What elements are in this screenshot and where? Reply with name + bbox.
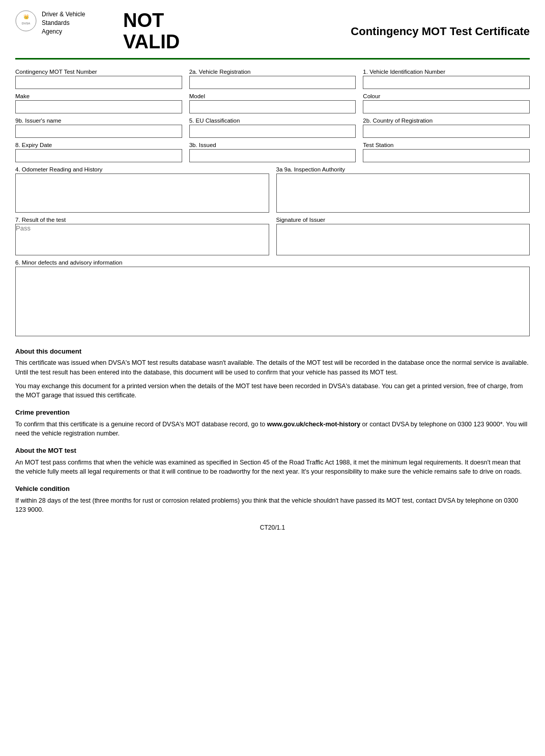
signature-label: Signature of Issuer	[276, 217, 530, 223]
inspection-textarea[interactable]	[276, 173, 530, 213]
form-section: Contingency MOT Test Number 2a. Vehicle …	[15, 69, 530, 336]
logo-area: 👑 DVSA Driver & Vehicle Standards Agency	[15, 10, 117, 36]
issuer-name-label: 9b. Issuer's name	[15, 118, 182, 124]
inspection-field: 3a 9a. Inspection Authority	[276, 166, 530, 213]
result-label: 7. Result of the test	[15, 217, 269, 223]
colour-input[interactable]	[363, 100, 530, 113]
vehicle-reg-label: 2a. Vehicle Registration	[189, 69, 356, 75]
issuer-name-input[interactable]	[15, 125, 182, 138]
svg-point-0	[16, 11, 36, 31]
eu-class-input[interactable]	[189, 125, 356, 138]
signature-textarea[interactable]	[276, 224, 530, 255]
inspection-label: 3a 9a. Inspection Authority	[276, 166, 530, 172]
contingency-mot-field: Contingency MOT Test Number	[15, 69, 182, 89]
row-1: Contingency MOT Test Number 2a. Vehicle …	[15, 69, 530, 89]
vehicle-reg-input[interactable]	[189, 76, 356, 89]
crime-heading: Crime prevention	[15, 408, 530, 418]
contingency-mot-input[interactable]	[15, 76, 182, 89]
test-station-label: Test Station	[363, 142, 530, 148]
eu-class-field: 5. EU Classification	[189, 118, 356, 138]
about-doc-p1: This certificate was issued when DVSA's …	[15, 358, 530, 377]
issuer-name-field: 9b. Issuer's name	[15, 118, 182, 138]
svg-text:👑: 👑	[23, 14, 30, 20]
mot-heading: About the MOT test	[15, 446, 530, 456]
expiry-field: 8. Expiry Date	[15, 142, 182, 162]
test-station-field: Test Station	[363, 142, 530, 162]
expiry-input[interactable]	[15, 149, 182, 162]
model-input[interactable]	[189, 100, 356, 113]
expiry-label: 8. Expiry Date	[15, 142, 182, 148]
about-section: About this document This certificate was…	[15, 346, 530, 515]
issued-label: 3b. Issued	[189, 142, 356, 148]
svg-text:DVSA: DVSA	[22, 22, 30, 25]
about-doc-p2: You may exchange this document for a pri…	[15, 382, 530, 401]
test-station-input[interactable]	[363, 149, 530, 162]
row-5: 4. Odometer Reading and History 3a 9a. I…	[15, 166, 530, 213]
vin-field: 1. Vehicle Identification Number	[363, 69, 530, 89]
crime-p1-link: www.gov.uk/check-mot-history	[267, 421, 360, 428]
country-reg-input[interactable]	[363, 125, 530, 138]
model-field: Model	[189, 93, 356, 113]
vin-label: 1. Vehicle Identification Number	[363, 69, 530, 75]
result-textarea[interactable]	[15, 224, 269, 255]
mot-p1: An MOT test pass confirms that when the …	[15, 458, 530, 477]
footer-code: CT20/1.1	[15, 524, 530, 531]
not-valid-stamp: NOTVALID	[123, 10, 180, 53]
country-reg-field: 2b. Country of Registration	[363, 118, 530, 138]
signature-field: Signature of Issuer	[276, 217, 530, 255]
make-field: Make	[15, 93, 182, 113]
make-input[interactable]	[15, 100, 182, 113]
crime-p1: To confirm that this certificate is a ge…	[15, 420, 530, 439]
odometer-label: 4. Odometer Reading and History	[15, 166, 269, 172]
minor-defects-label: 6. Minor defects and advisory informatio…	[15, 259, 530, 266]
issued-field: 3b. Issued	[189, 142, 356, 162]
certificate-title: Contingency MOT Test Certificate	[351, 25, 530, 38]
make-label: Make	[15, 93, 182, 99]
row-4: 8. Expiry Date 3b. Issued Test Station	[15, 142, 530, 162]
issued-input[interactable]	[189, 149, 356, 162]
row-3: 9b. Issuer's name 5. EU Classification 2…	[15, 118, 530, 138]
minor-defects-field: 6. Minor defects and advisory informatio…	[15, 259, 530, 336]
result-field: 7. Result of the test	[15, 217, 269, 255]
vehicle-heading: Vehicle condition	[15, 484, 530, 494]
crime-p1-start: To confirm that this certificate is a ge…	[15, 421, 267, 428]
contingency-mot-label: Contingency MOT Test Number	[15, 69, 182, 75]
vehicle-p1: If within 28 days of the test (three mon…	[15, 496, 530, 515]
about-doc-heading: About this document	[15, 346, 530, 357]
page-header: 👑 DVSA Driver & Vehicle Standards Agency…	[15, 10, 530, 60]
row-2: Make Model Colour	[15, 93, 530, 113]
country-reg-label: 2b. Country of Registration	[363, 118, 530, 124]
minor-defects-textarea[interactable]	[15, 267, 530, 336]
odometer-field: 4. Odometer Reading and History	[15, 166, 269, 213]
row-7: 6. Minor defects and advisory informatio…	[15, 259, 530, 336]
colour-label: Colour	[363, 93, 530, 99]
colour-field: Colour	[363, 93, 530, 113]
dvsa-emblem-icon: 👑 DVSA	[15, 10, 37, 32]
agency-name: Driver & Vehicle Standards Agency	[42, 10, 85, 36]
odometer-textarea[interactable]	[15, 173, 269, 213]
row-6: 7. Result of the test Signature of Issue…	[15, 217, 530, 255]
model-label: Model	[189, 93, 356, 99]
vehicle-reg-field: 2a. Vehicle Registration	[189, 69, 356, 89]
eu-class-label: 5. EU Classification	[189, 118, 356, 124]
vin-input[interactable]	[363, 76, 530, 89]
